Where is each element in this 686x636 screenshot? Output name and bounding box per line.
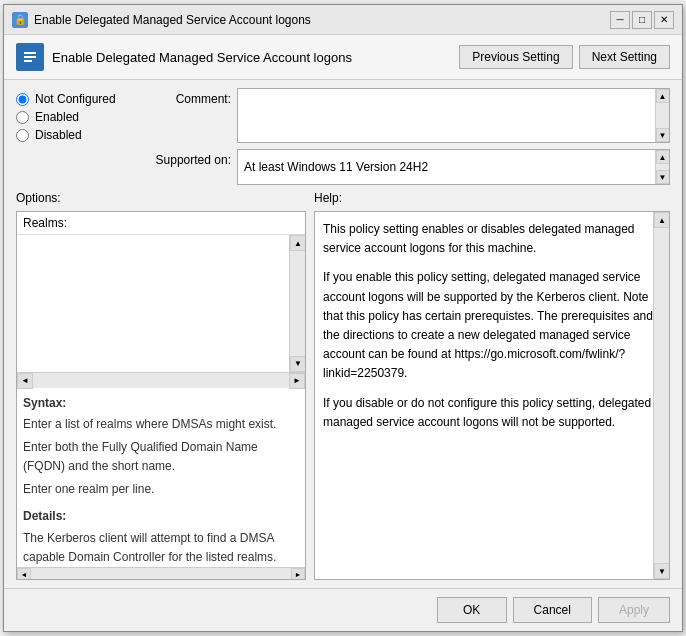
header-buttons: Previous Setting Next Setting [459,45,670,69]
title-bar: 🔒 Enable Delegated Managed Service Accou… [4,5,682,35]
realms-textarea[interactable] [17,235,289,372]
details-text: The Kerberos client will attempt to find… [23,529,299,567]
realms-scroll-up[interactable]: ▲ [290,235,305,251]
help-label: Help: [314,191,342,205]
radio-enabled-input[interactable] [16,111,29,124]
radio-not-configured[interactable]: Not Configured [16,92,146,106]
cancel-button[interactable]: Cancel [513,597,592,623]
supported-scrollbar: ▲ ▼ [655,150,669,184]
title-controls: ─ □ ✕ [610,11,674,29]
realms-scroll-right[interactable]: ► [289,373,305,389]
left-bottom-left[interactable]: ◄ [17,568,31,580]
ok-button[interactable]: OK [437,597,507,623]
radio-section: Not Configured Enabled Disabled Comment: [16,88,670,185]
radio-disabled-input[interactable] [16,129,29,142]
window-icon: 🔒 [12,12,28,28]
left-bottom-track [31,568,291,579]
help-para1: This policy setting enables or disables … [323,220,661,258]
realms-scroll-down[interactable]: ▼ [290,356,305,372]
comment-scrollbar: ▲ ▼ [655,89,669,142]
section-labels-row: Options: Help: [16,191,670,205]
realms-scroll-left[interactable]: ◄ [17,373,33,389]
supported-row: Supported on: At least Windows 11 Versio… [146,149,670,185]
radio-enabled[interactable]: Enabled [16,110,146,124]
next-setting-button[interactable]: Next Setting [579,45,670,69]
supported-label: Supported on: [146,149,231,167]
apply-button[interactable]: Apply [598,597,670,623]
realms-scrollbar-h: ◄ ► [17,372,305,388]
radio-disabled-label: Disabled [35,128,82,142]
syntax-text2: Enter both the Fully Qualified Domain Na… [23,438,299,476]
header-icon [16,43,44,71]
comment-scroll-track [656,103,669,128]
comment-scroll-up[interactable]: ▲ [656,89,670,103]
close-button[interactable]: ✕ [654,11,674,29]
syntax-label: Syntax: [23,394,299,413]
realms-header: Realms: [17,212,305,235]
main-window: 🔒 Enable Delegated Managed Service Accou… [3,4,683,632]
comment-label: Comment: [146,88,231,106]
minimize-button[interactable]: ─ [610,11,630,29]
help-para2: If you enable this policy setting, deleg… [323,268,661,383]
svg-rect-1 [24,52,36,54]
comment-box: ▲ ▼ [237,88,670,143]
help-scroll-track [654,228,669,563]
radio-disabled[interactable]: Disabled [16,128,146,142]
title-bar-left: 🔒 Enable Delegated Managed Service Accou… [12,12,311,28]
syntax-text3: Enter one realm per line. [23,480,299,499]
left-panel: Realms: ▲ ▼ ◄ ► Syntax: Enter a li [16,211,306,580]
syntax-section: Syntax: Enter a list of realms where DMS… [17,388,305,568]
two-panel: Realms: ▲ ▼ ◄ ► Syntax: Enter a li [16,211,670,580]
header-title: Enable Delegated Managed Service Account… [52,50,352,65]
realms-scroll-h-track [33,373,289,388]
radio-not-configured-input[interactable] [16,93,29,106]
help-scroll-down[interactable]: ▼ [654,563,670,579]
left-panel-bottom-scrollbar: ◄ ► [17,567,305,579]
radio-enabled-label: Enabled [35,110,79,124]
svg-rect-2 [24,56,36,58]
header-bar: Enable Delegated Managed Service Account… [4,35,682,80]
maximize-button[interactable]: □ [632,11,652,29]
details-label: Details: [23,507,299,526]
svg-rect-3 [24,60,32,62]
supported-scroll-up[interactable]: ▲ [656,150,670,164]
supported-box: At least Windows 11 Version 24H2 ▲ ▼ [237,149,670,185]
radio-group: Not Configured Enabled Disabled [16,88,146,142]
realms-scroll-track [290,251,305,356]
prev-setting-button[interactable]: Previous Setting [459,45,572,69]
window-title: Enable Delegated Managed Service Account… [34,13,311,27]
supported-value: At least Windows 11 Version 24H2 [238,156,434,178]
comment-scroll-down[interactable]: ▼ [656,128,670,142]
options-label: Options: [16,191,306,205]
comment-supported-section: Comment: ▲ ▼ Supported on: At least Wind… [146,88,670,185]
comment-textarea[interactable] [238,89,655,142]
help-scroll-up[interactable]: ▲ [654,212,670,228]
realms-scrollbar-v: ▲ ▼ [289,235,305,372]
help-para3: If you disable or do not configure this … [323,394,661,432]
help-content: This policy setting enables or disables … [315,212,669,563]
right-panel: This policy setting enables or disables … [314,211,670,580]
realms-content: ▲ ▼ [17,235,305,372]
header-left: Enable Delegated Managed Service Account… [16,43,459,71]
supported-scroll-down[interactable]: ▼ [656,170,670,184]
left-bottom-right[interactable]: ► [291,568,305,580]
footer: OK Cancel Apply [4,588,682,631]
comment-row: Comment: ▲ ▼ [146,88,670,143]
radio-not-configured-label: Not Configured [35,92,116,106]
syntax-text1: Enter a list of realms where DMSAs might… [23,415,299,434]
content-area: Not Configured Enabled Disabled Comment: [4,80,682,588]
help-scrollbar: ▲ ▼ [653,212,669,579]
